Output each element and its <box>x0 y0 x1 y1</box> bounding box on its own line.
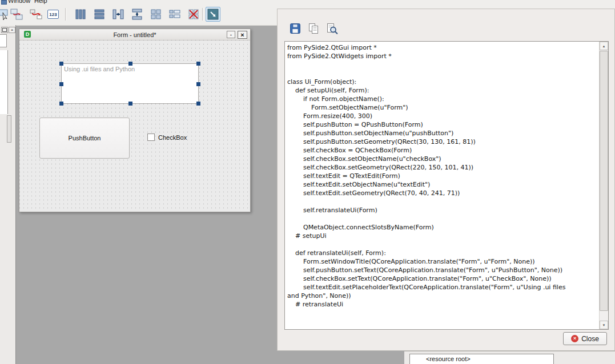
checkbox-box <box>147 134 155 141</box>
copy-icon[interactable] <box>307 22 320 35</box>
toolbar-separator <box>202 8 203 21</box>
widgetbox-scrollbar-fragment[interactable] <box>7 115 11 143</box>
float-icon <box>2 28 7 32</box>
resize-handle-sw[interactable] <box>59 102 63 106</box>
save-icon[interactable] <box>289 22 302 35</box>
menu-help[interactable]: Help <box>34 0 47 4</box>
layout-horizontal-icon[interactable] <box>73 7 88 22</box>
checkbox-widget[interactable]: CheckBox <box>147 134 187 141</box>
tab-order-icon[interactable]: 123 <box>46 7 61 22</box>
resize-handle-ne[interactable] <box>196 62 200 66</box>
scroll-down-icon[interactable]: ▼ <box>600 321 608 329</box>
close-window-button[interactable]: × <box>238 31 247 39</box>
qt-designer-screen: Window Help 123 <box>0 0 615 364</box>
form-window-title: Form - untitled* <box>113 31 156 38</box>
layout-grid-icon[interactable] <box>148 7 163 22</box>
scrollbar-thumb[interactable] <box>600 51 608 311</box>
close-button-label: Close <box>581 335 599 343</box>
edit-buddies-icon[interactable] <box>29 7 43 22</box>
textedit-widget[interactable]: Using .ui files and Python <box>61 63 199 104</box>
pushbutton-label: PushButton <box>69 135 101 141</box>
menubar: Window Help <box>0 0 615 5</box>
code-preview-dialog: from PySide2.QtGui import * from PySide2… <box>277 9 615 351</box>
resize-handle-se[interactable] <box>196 102 200 106</box>
layout-vertical-icon[interactable] <box>92 7 107 22</box>
resource-panel-fragment: <resource root> <box>404 351 615 364</box>
generated-code[interactable]: from PySide2.QtGui import * from PySide2… <box>285 42 599 329</box>
find-icon[interactable] <box>325 22 338 35</box>
menu-window[interactable]: Window <box>8 0 30 4</box>
resize-handle-s[interactable] <box>128 102 132 106</box>
layout-form-icon[interactable] <box>167 7 182 22</box>
toolbar-separator <box>65 8 66 21</box>
splitter-vertical-icon[interactable] <box>130 7 144 22</box>
left-dock-strip: × <box>0 25 16 364</box>
resize-handle-n[interactable] <box>128 62 132 66</box>
checkbox-label: CheckBox <box>158 134 187 141</box>
resource-root-item[interactable]: <resource root> <box>426 355 471 362</box>
dock-float-button[interactable] <box>1 27 8 33</box>
resize-handle-e[interactable] <box>196 82 200 86</box>
code-view[interactable]: from PySide2.QtGui import * from PySide2… <box>284 41 609 330</box>
adjust-size-icon[interactable] <box>206 7 220 22</box>
edit-signals-slots-icon[interactable] <box>9 7 24 22</box>
dock-close-button[interactable]: × <box>9 27 15 33</box>
textedit-placeholder: Using .ui files and Python <box>64 66 135 72</box>
break-layout-icon[interactable] <box>186 7 201 22</box>
scroll-up-icon[interactable]: ▲ <box>600 42 608 50</box>
resource-tree[interactable]: <resource root> <box>409 354 554 364</box>
close-button[interactable]: × Close <box>563 332 607 345</box>
minimize-button[interactable]: - <box>227 31 235 38</box>
pushbutton-widget[interactable]: PushButton <box>39 118 130 159</box>
resize-handle-w[interactable] <box>59 82 63 86</box>
designer-form-icon: D <box>24 31 31 38</box>
widgetbox-panel-fragment <box>0 50 8 114</box>
form-window-titlebar[interactable]: D Form - untitled* - × <box>19 29 250 41</box>
widgetbox-filter-fragment[interactable] <box>0 34 7 47</box>
splitter-horizontal-icon[interactable] <box>111 7 126 22</box>
close-icon: × <box>571 335 578 342</box>
app-icon <box>1 0 7 5</box>
form-editor-window: D Form - untitled* - × Using .ui files a… <box>19 29 251 212</box>
tab-order-label: 123 <box>47 10 59 19</box>
resize-handle-nw[interactable] <box>59 62 63 66</box>
code-scrollbar[interactable]: ▲ ▼ <box>599 42 608 329</box>
